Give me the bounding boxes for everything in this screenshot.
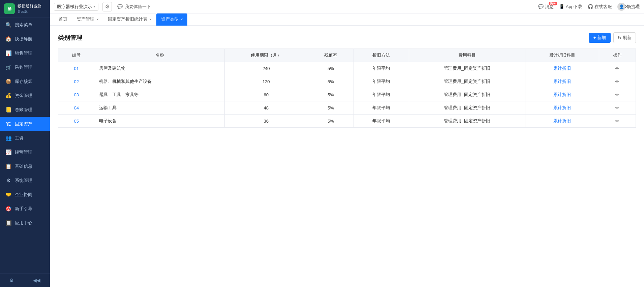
cell-id: 01 bbox=[58, 62, 95, 75]
cell-period: 240 bbox=[224, 62, 308, 75]
cell-residual: 5% bbox=[308, 115, 354, 128]
fixed-assets-icon: 🏗 bbox=[5, 121, 11, 127]
tab-asset-mgmt[interactable]: 资产管理× bbox=[72, 13, 103, 26]
sidebar-item-basic-info[interactable]: 📋 基础信息 bbox=[0, 159, 50, 173]
table-row: 02 机器、机械和其他生产设备 120 5% 年限平均 管理费用_固定资产折旧 … bbox=[58, 75, 636, 88]
table-row: 03 器具、工具、家具等 60 5% 年限平均 管理费用_固定资产折旧 累计折旧… bbox=[58, 88, 636, 101]
cell-period: 48 bbox=[224, 101, 308, 115]
operations-icon: 📈 bbox=[5, 149, 11, 155]
cell-name: 电子设备 bbox=[95, 115, 224, 128]
settings-btn[interactable]: ⚙ bbox=[102, 2, 112, 11]
sidebar-item-inventory[interactable]: 📦 库存核算 bbox=[0, 74, 50, 89]
page-title: 类别管理 bbox=[58, 34, 82, 42]
service-btn[interactable]: 🎧 在线客服 bbox=[588, 4, 612, 10]
cell-accum: 累计折旧 bbox=[525, 88, 599, 101]
column-header: 编号 bbox=[58, 49, 95, 62]
sidebar-item-label: 经营管理 bbox=[15, 149, 32, 155]
guide-icon: 🎯 bbox=[5, 206, 11, 212]
cell-expense: 管理费用_固定资产折旧 bbox=[409, 75, 525, 88]
cell-action[interactable]: ✏ bbox=[599, 88, 636, 101]
cell-expense: 管理费用_固定资产折旧 bbox=[409, 88, 525, 101]
app-download-label: App下载 bbox=[566, 4, 582, 10]
cell-id: 02 bbox=[58, 75, 95, 88]
column-header: 残值率 bbox=[308, 49, 354, 62]
sidebar-item-guide[interactable]: 🎯 新手引导 bbox=[0, 202, 50, 216]
app-version: 普及版 bbox=[18, 9, 42, 14]
company-name: 医疗器械行业演示 bbox=[57, 4, 92, 10]
cell-method: 年限平均 bbox=[354, 62, 409, 75]
tab-close-icon[interactable]: × bbox=[149, 17, 151, 21]
column-header: 费用科目 bbox=[409, 49, 525, 62]
tab-label: 资产管理 bbox=[77, 16, 94, 22]
tab-home[interactable]: 首页 bbox=[54, 13, 72, 26]
expand-icon[interactable]: ⤢ bbox=[633, 3, 640, 10]
sidebar-item-label: 搜索菜单 bbox=[15, 22, 32, 28]
tab-close-icon[interactable]: × bbox=[181, 17, 183, 21]
cell-action[interactable]: ✏ bbox=[599, 75, 636, 88]
cell-name: 机器、机械和其他生产设备 bbox=[95, 75, 224, 88]
sidebar-item-purchase[interactable]: 🛒 采购管理 bbox=[0, 60, 50, 74]
refresh-icon: ↻ bbox=[618, 35, 621, 40]
message-btn[interactable]: 💬 消息 99+ bbox=[538, 4, 554, 10]
window-controls: ✕ ⤢ bbox=[623, 3, 640, 10]
sidebar-item-label: 系统管理 bbox=[15, 178, 32, 184]
cell-period: 120 bbox=[224, 75, 308, 88]
sidebar-settings-btn[interactable]: ⚙ bbox=[7, 276, 17, 284]
tab-label: 固定资产折旧统计表 bbox=[108, 16, 147, 22]
sidebar: 畅 畅捷通好业财 普及版 🔍 搜索菜单 🏠 快捷导航 📊 销售管理 🛒 采购管理… bbox=[0, 0, 50, 287]
app-download-btn[interactable]: 📱 App下载 bbox=[559, 4, 582, 10]
close-panel-icon[interactable]: ✕ bbox=[623, 3, 630, 10]
experience-label: 我要体验一下 bbox=[125, 4, 151, 10]
sidebar-item-system[interactable]: ⚙ 系统管理 bbox=[0, 173, 50, 188]
experience-btn[interactable]: 💬 我要体验一下 bbox=[117, 4, 151, 10]
sidebar-item-label: 企业协同 bbox=[15, 192, 32, 198]
tabbar: 首页资产管理×固定资产折旧统计表×资产类型× ✕ ⤢ bbox=[50, 13, 644, 26]
cell-residual: 5% bbox=[308, 62, 354, 75]
tab-depreciation-table[interactable]: 固定资产折旧统计表× bbox=[103, 13, 156, 26]
sidebar-item-label: 采购管理 bbox=[15, 64, 32, 70]
sidebar-item-fixed-assets[interactable]: 🏗 固定资产 bbox=[0, 117, 50, 131]
experience-icon: 💬 bbox=[117, 4, 123, 9]
sidebar-item-search[interactable]: 🔍 搜索菜单 bbox=[0, 18, 50, 32]
cell-id: 03 bbox=[58, 88, 95, 101]
cell-residual: 5% bbox=[308, 101, 354, 115]
sidebar-collapse-btn[interactable]: ◀◀ bbox=[30, 276, 43, 284]
table-row: 04 运输工具 48 5% 年限平均 管理费用_固定资产折旧 累计折旧 ✏ bbox=[58, 101, 636, 115]
company-selector[interactable]: 医疗器械行业演示 ▾ bbox=[54, 3, 98, 11]
cell-action[interactable]: ✏ bbox=[599, 101, 636, 115]
sidebar-item-appstore[interactable]: 🔲 应用中心 bbox=[0, 216, 50, 230]
cell-method: 年限平均 bbox=[354, 115, 409, 128]
sidebar-item-payroll[interactable]: 👥 工资 bbox=[0, 131, 50, 145]
sidebar-item-operations[interactable]: 📈 经营管理 bbox=[0, 145, 50, 159]
refresh-button[interactable]: ↻ 刷新 bbox=[613, 32, 636, 43]
tab-close-icon[interactable]: × bbox=[96, 17, 98, 21]
sidebar-item-label: 快捷导航 bbox=[15, 36, 32, 42]
tab-label: 首页 bbox=[59, 16, 67, 22]
appstore-icon: 🔲 bbox=[5, 220, 11, 226]
tab-asset-type[interactable]: 资产类型× bbox=[156, 13, 187, 26]
sidebar-item-capital[interactable]: 💰 资金管理 bbox=[0, 89, 50, 103]
message-badge: 99+ bbox=[549, 2, 557, 5]
system-icon: ⚙ bbox=[5, 178, 11, 184]
sidebar-item-label: 总账管理 bbox=[15, 107, 32, 113]
sidebar-item-sales[interactable]: 📊 销售管理 bbox=[0, 46, 50, 60]
sidebar-item-label: 应用中心 bbox=[15, 220, 32, 226]
table-row: 05 电子设备 36 5% 年限平均 管理费用_固定资产折旧 累计折旧 ✏ bbox=[58, 115, 636, 128]
search-icon: 🔍 bbox=[5, 22, 11, 28]
cell-action[interactable]: ✏ bbox=[599, 115, 636, 128]
sidebar-logo: 畅 畅捷通好业财 普及版 bbox=[0, 0, 50, 18]
cell-id: 04 bbox=[58, 101, 95, 115]
cell-method: 年限平均 bbox=[354, 88, 409, 101]
new-button[interactable]: + 新增 bbox=[589, 33, 611, 43]
cell-action[interactable]: ✏ bbox=[599, 62, 636, 75]
cell-period: 60 bbox=[224, 88, 308, 101]
app-name: 畅捷通好业财 bbox=[18, 4, 42, 9]
inventory-icon: 📦 bbox=[5, 78, 11, 85]
tab-label: 资产类型 bbox=[161, 16, 179, 22]
sidebar-item-quicknav[interactable]: 🏠 快捷导航 bbox=[0, 32, 50, 46]
cell-accum: 累计折旧 bbox=[525, 75, 599, 88]
sidebar-item-ledger[interactable]: 📒 总账管理 bbox=[0, 103, 50, 117]
sidebar-item-enterprise[interactable]: 🤝 企业协同 bbox=[0, 188, 50, 202]
message-icon: 💬 bbox=[538, 4, 544, 9]
cell-residual: 5% bbox=[308, 88, 354, 101]
